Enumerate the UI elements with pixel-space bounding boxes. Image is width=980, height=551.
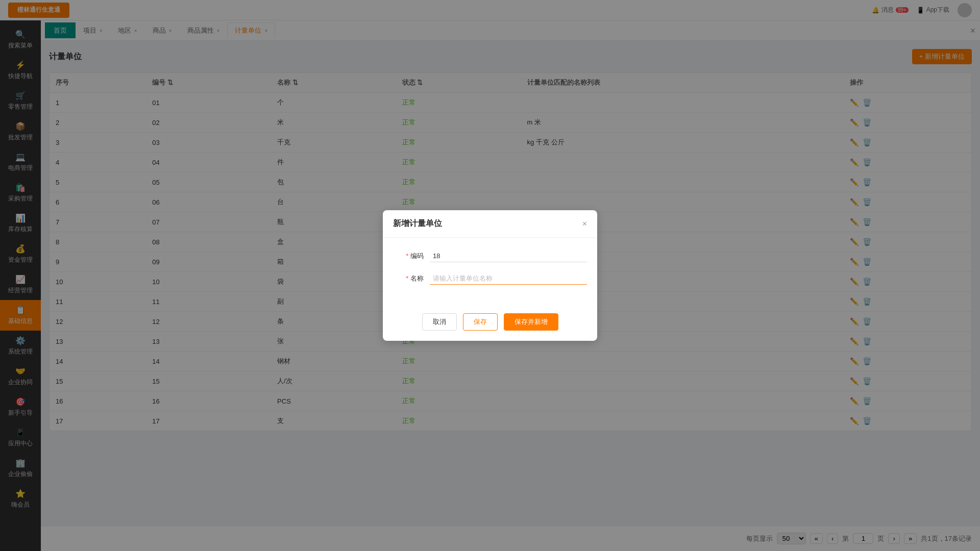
save-and-new-button[interactable]: 保存并新增 [504,313,558,331]
name-input[interactable] [430,272,587,285]
modal-footer: 取消 保存 保存并新增 [383,307,597,341]
code-label: * 编码 [393,252,424,261]
modal-title: 新增计量单位 [393,218,442,229]
modal-header: 新增计量单位 × [383,210,597,238]
name-label: * 名称 [393,274,424,283]
modal-body: * 编码 * 名称 [383,238,597,307]
name-label-text: 名称 [410,274,424,282]
code-label-text: 编码 [410,252,424,260]
modal-overlay[interactable]: 新增计量单位 × * 编码 * 名称 取消 保存 保存并新增 [0,0,980,551]
form-row-name: * 名称 [393,272,587,285]
modal-close-button[interactable]: × [582,219,587,229]
required-star: * [406,252,408,260]
code-input[interactable] [430,250,587,262]
add-unit-modal: 新增计量单位 × * 编码 * 名称 取消 保存 保存并新增 [383,210,597,341]
cancel-button[interactable]: 取消 [422,313,457,331]
required-star-name: * [406,274,408,282]
save-button[interactable]: 保存 [463,313,498,331]
form-row-code: * 编码 [393,250,587,262]
